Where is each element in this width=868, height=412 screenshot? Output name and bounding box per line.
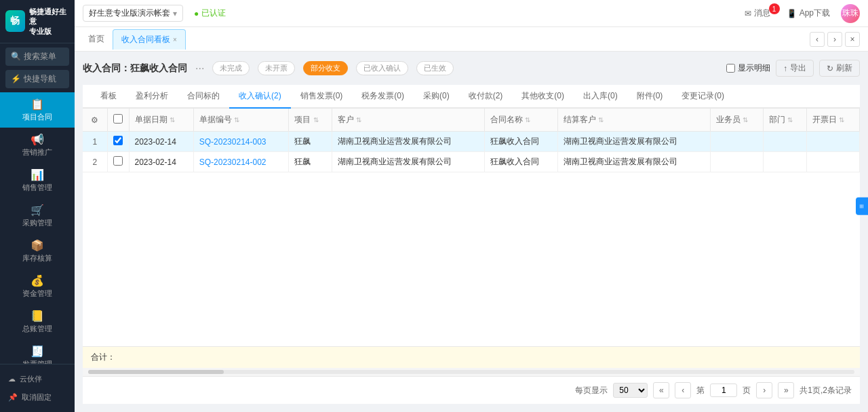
- tab-close-all-button[interactable]: ×: [845, 32, 860, 47]
- refresh-icon: ↻: [827, 64, 833, 73]
- more-options-button[interactable]: ···: [195, 62, 204, 75]
- per-page-select[interactable]: 50 100 200: [613, 383, 648, 398]
- status-partial-btn[interactable]: 部分收支: [303, 61, 348, 75]
- next-page-button[interactable]: ›: [756, 382, 772, 398]
- col-project-header: 项目 ⇅: [289, 109, 332, 132]
- row-check: [107, 132, 129, 152]
- refresh-button[interactable]: ↻ 刷新: [819, 60, 860, 77]
- tab-revenue-confirm[interactable]: 收入确认(2): [229, 85, 291, 109]
- download-action[interactable]: 📱 App下载: [787, 7, 830, 19]
- project-contract-icon: 📋: [31, 98, 44, 111]
- unpin-item[interactable]: 📌 取消固定: [5, 388, 69, 407]
- cloud-partner-item[interactable]: ☁ 云伙伴: [5, 370, 69, 388]
- export-icon: ↑: [783, 64, 787, 73]
- tab-next-button[interactable]: ›: [827, 32, 842, 47]
- prev-page-button[interactable]: ‹: [675, 382, 691, 398]
- col-settlement-sort-icon[interactable]: ⇅: [598, 116, 604, 124]
- sidebar-item-inventory[interactable]: 📦 库存核算: [0, 233, 75, 269]
- status-incomplete-btn[interactable]: 未完成: [212, 61, 250, 75]
- row-date: 2023-02-14: [129, 132, 193, 152]
- col-billno-sort-icon[interactable]: ⇅: [234, 116, 239, 124]
- row-dept: [764, 132, 807, 152]
- tab-tax-invoice[interactable]: 税务发票(0): [352, 85, 414, 109]
- message-action[interactable]: ✉ 消息 1: [739, 7, 776, 19]
- sidebar-item-funds[interactable]: 💰 资金管理: [0, 269, 75, 304]
- dropdown-icon: ▾: [173, 9, 177, 18]
- sidebar-item-invoice[interactable]: 🧾 发票管理: [0, 339, 75, 364]
- table-row[interactable]: 2 2023-02-14 SQ-20230214-002 狂飙 湖南卫视商业运营…: [83, 152, 860, 172]
- row-invoice-date: [806, 132, 859, 152]
- per-page-label: 每页显示: [575, 385, 608, 396]
- col-date-label: 单据日期: [135, 115, 167, 124]
- status-active-btn[interactable]: 已生效: [416, 61, 454, 75]
- col-invoice-date-label: 开票日: [812, 115, 837, 124]
- sidebar-item-purchase[interactable]: 🛒 采购管理: [0, 198, 75, 233]
- panel-toggle-icon: ≡: [858, 204, 866, 208]
- sidebar-item-project-contract[interactable]: 📋 项目合同: [0, 92, 75, 128]
- home-breadcrumb[interactable]: 首页: [83, 33, 110, 45]
- table-row[interactable]: 1 2023-02-14 SQ-20230214-003 狂飙 湖南卫视商业运营…: [83, 132, 860, 152]
- tab-attachment[interactable]: 附件(0): [627, 85, 673, 109]
- page-number-input[interactable]: [710, 383, 737, 397]
- quick-nav-button[interactable]: ⚡ 快捷导航: [5, 70, 69, 88]
- last-page-button[interactable]: »: [778, 382, 794, 398]
- search-icon: 🔍: [11, 52, 21, 61]
- pin-icon: 📌: [8, 393, 18, 402]
- marketing-icon: 📢: [31, 133, 44, 146]
- row-checkbox[interactable]: [113, 156, 123, 166]
- bill-number-link[interactable]: SQ-20230214-003: [199, 137, 267, 147]
- first-page-button[interactable]: «: [653, 382, 669, 398]
- tab-purchase[interactable]: 采购(0): [414, 85, 459, 109]
- sidebar-item-ledger[interactable]: 📒 总账管理: [0, 304, 75, 339]
- right-panel-icon[interactable]: ≡: [856, 197, 868, 214]
- tab-contract-subject[interactable]: 合同标的: [178, 85, 229, 109]
- cloud-icon: ☁: [8, 375, 16, 383]
- tab-dashboard[interactable]: 看板: [91, 85, 126, 109]
- tab-sales-invoice[interactable]: 销售发票(0): [291, 85, 353, 109]
- col-customer-sort-icon[interactable]: ⇅: [356, 116, 361, 124]
- company-name: 好生意专业版演示帐套: [89, 7, 170, 19]
- col-salesperson-sort-icon[interactable]: ⇅: [743, 116, 748, 124]
- row-project: 狂飙: [289, 152, 332, 172]
- bill-number-link[interactable]: SQ-20230214-002: [199, 157, 267, 167]
- contract-title: 收入合同：狂飙收入合同: [83, 62, 187, 75]
- show-detail-checkbox[interactable]: [726, 64, 735, 73]
- col-dept-sort-icon[interactable]: ⇅: [787, 116, 793, 124]
- sidebar-item-sales[interactable]: 📊 销售管理: [0, 163, 75, 198]
- sidebar-item-marketing[interactable]: 📢 营销推广: [0, 128, 75, 163]
- export-button[interactable]: ↑ 导出: [776, 60, 814, 77]
- row-settlement: 湖南卫视商业运营发展有限公司: [558, 152, 711, 172]
- status-uninvoiced-btn[interactable]: 未开票: [258, 61, 295, 75]
- row-salesperson: [710, 132, 763, 152]
- row-project: 狂飙: [289, 132, 332, 152]
- sidebar-bottom: ☁ 云伙伴 📌 取消固定: [0, 364, 75, 412]
- company-selector[interactable]: 好生意专业版演示帐套 ▾: [83, 5, 183, 22]
- main-content: 好生意专业版演示帐套 ▾ ● 已认证 ✉ 消息 1 📱 App下载 珠珠: [75, 0, 868, 412]
- total-row: 合计：: [83, 346, 860, 368]
- row-checkbox[interactable]: [113, 136, 123, 145]
- scrollbar-thumb[interactable]: [88, 370, 224, 374]
- app-logo: 畅 畅捷通好生意 专业版: [0, 0, 75, 43]
- col-invoice-date-sort-icon[interactable]: ⇅: [839, 116, 844, 124]
- col-date-sort-icon[interactable]: ⇅: [170, 116, 175, 124]
- table-section: 看板 盈利分析 合同标的 收入确认(2) 销售发票(0) 税务发票(0) 采购(…: [83, 85, 860, 404]
- tab-prev-button[interactable]: ‹: [810, 32, 825, 47]
- active-tab[interactable]: 收入合同看板 ×: [113, 29, 186, 50]
- col-contract-sort-icon[interactable]: ⇅: [525, 116, 530, 124]
- select-all-checkbox[interactable]: [113, 114, 123, 124]
- tab-change-log[interactable]: 变更记录(0): [672, 85, 734, 109]
- col-project-sort-icon[interactable]: ⇅: [313, 116, 319, 124]
- tab-close-button[interactable]: ×: [173, 36, 177, 43]
- tab-payment[interactable]: 收付款(2): [459, 85, 513, 109]
- column-settings-icon[interactable]: ⚙: [91, 115, 98, 125]
- search-menu-button[interactable]: 🔍 搜索菜单: [5, 48, 69, 66]
- row-contract-name: 狂飙收入合同: [484, 152, 557, 172]
- tab-warehouse[interactable]: 出入库(0): [574, 85, 627, 109]
- status-confirmed-btn[interactable]: 已收入确认: [356, 61, 408, 75]
- tab-profit[interactable]: 盈利分析: [126, 85, 178, 109]
- horizontal-scrollbar[interactable]: [83, 368, 860, 376]
- show-detail-toggle[interactable]: 显示明细: [726, 62, 770, 74]
- tab-other[interactable]: 其他收支(0): [512, 85, 574, 109]
- user-action[interactable]: 珠珠: [841, 4, 860, 23]
- phone-icon: 📱: [787, 9, 797, 18]
